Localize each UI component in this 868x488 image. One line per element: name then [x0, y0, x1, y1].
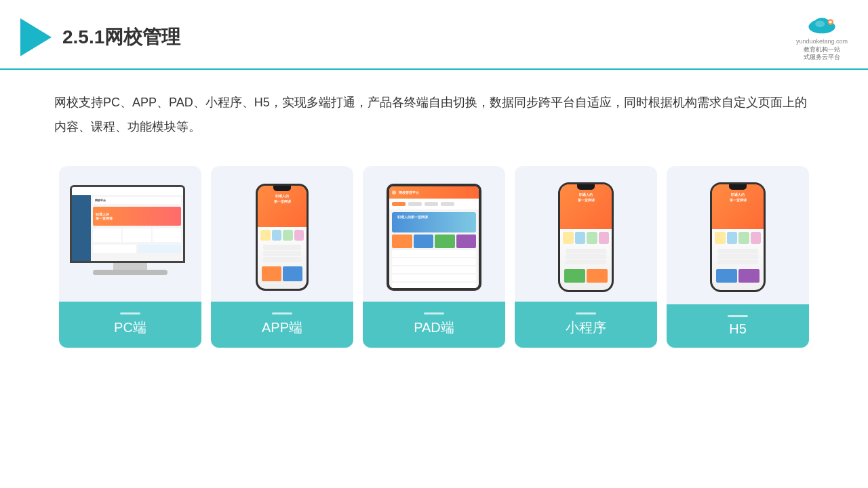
card-app-image: 职通人的 第一堂网课: [211, 166, 353, 302]
phone-notch: [273, 186, 291, 191]
card-label-line: [576, 312, 596, 314]
card-pad-label: PAD端: [363, 302, 505, 348]
card-pc-image: 网校平台 职通人的第一堂网课: [59, 166, 201, 302]
card-label-line: [728, 315, 748, 317]
card-pc-label: PC端: [59, 302, 201, 348]
card-h5: 职通人的 第一堂网课: [667, 166, 809, 348]
device-cards-container: 网校平台 职通人的第一堂网课: [0, 146, 868, 348]
svg-point-4: [815, 20, 825, 27]
card-h5-label: H5: [667, 304, 809, 348]
card-miniprogram: 职通人的 第一堂网课: [515, 166, 657, 348]
miniprogram-device-mockup: 职通人的 第一堂网课: [558, 182, 614, 292]
page-header: 2.5.1网校管理 yunduoketang.com 教育机构一站 式服务云平台: [0, 0, 868, 70]
card-h5-image: 职通人的 第一堂网课: [667, 166, 809, 302]
card-pad: 网校管理平台 职通人的第一堂网课: [363, 166, 505, 348]
card-pc: 网校平台 职通人的第一堂网课: [59, 166, 201, 348]
card-label-line: [424, 312, 444, 314]
phone-screen: 职通人的 第一堂网课: [258, 186, 307, 289]
brand-cloud-icon: [803, 12, 841, 37]
phone-notch-mini: [577, 184, 595, 190]
card-app-label: APP端: [211, 302, 353, 348]
phone-notch-h5: [729, 184, 747, 190]
card-label-line: [120, 312, 140, 314]
card-miniprogram-image: 职通人的 第一堂网课: [515, 166, 657, 302]
header-left: 2.5.1网校管理: [20, 18, 180, 56]
card-miniprogram-label: 小程序: [515, 302, 657, 348]
svg-point-6: [829, 20, 831, 23]
app-device-mockup: 职通人的 第一堂网课: [256, 184, 309, 291]
pc-device-mockup: 网校平台 职通人的第一堂网课: [70, 185, 191, 290]
card-app: 职通人的 第一堂网课: [211, 166, 353, 348]
card-label-line: [272, 312, 292, 314]
tablet-screen: 网校管理平台 职通人的第一堂网课: [389, 186, 479, 288]
logo-triangle-icon: [20, 18, 52, 56]
pad-device-mockup: 网校管理平台 职通人的第一堂网课: [387, 184, 481, 291]
card-pad-image: 网校管理平台 职通人的第一堂网课: [363, 166, 505, 302]
brand-tagline: yunduoketang.com 教育机构一站 式服务云平台: [796, 38, 848, 62]
page-title: 2.5.1网校管理: [62, 24, 180, 50]
brand-logo: yunduoketang.com 教育机构一站 式服务云平台: [796, 12, 848, 62]
page-description: 网校支持PC、APP、PAD、小程序、H5，实现多端打通，产品各终端自由切换，数…: [0, 70, 868, 146]
h5-device-mockup: 职通人的 第一堂网课: [710, 182, 766, 292]
